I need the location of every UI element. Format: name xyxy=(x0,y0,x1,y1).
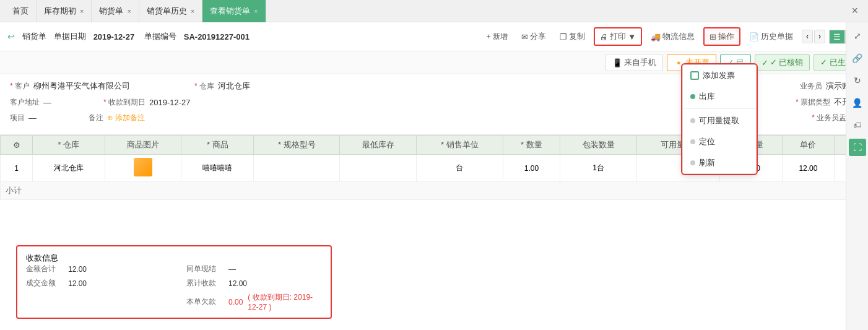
window-close-button[interactable]: × xyxy=(846,4,863,17)
close-tab-view-sales-order[interactable]: × xyxy=(254,7,258,15)
dot-icon-2 xyxy=(690,118,695,123)
expand-icon[interactable]: ⤢ xyxy=(849,27,866,45)
same-order-value: — xyxy=(228,265,236,274)
col-settings[interactable]: ⚙ xyxy=(1,136,33,155)
col-quantity: * 数量 xyxy=(503,136,560,155)
project-field: 项目 — xyxy=(10,113,37,123)
available-qty-item[interactable]: 可用量提取 xyxy=(683,110,756,131)
row-unit-price: 12.00 xyxy=(782,155,834,182)
warehouse-value: 河北仓库 xyxy=(218,80,250,92)
staff-label: 业务员 xyxy=(800,81,822,92)
tab-sales-order[interactable]: 销货单 × xyxy=(92,0,139,22)
current-balance-row: 本单欠款 0.00 ( 收款到期日: 2019-12-27 ) xyxy=(186,292,322,311)
history-records-button[interactable]: 📄 历史单据 xyxy=(744,28,798,45)
cumulative-payment-row: 累计收款 12.00 xyxy=(186,278,322,289)
phone-icon: 📱 xyxy=(612,58,622,67)
payment-grid: 金额合计 12.00 同单现结 — 成交金额 12.00 累计收款 12.00 … xyxy=(26,264,322,311)
main-content: ↩ 销货单 单据日期 2019-12-27 单据编号 SA-20191227-0… xyxy=(0,22,868,330)
share-icon: ✉ xyxy=(521,32,528,41)
transaction-amount-value: 12.00 xyxy=(68,279,87,288)
subtotal-row: 小计 xyxy=(1,182,868,200)
dot-icon-3 xyxy=(690,139,695,144)
col-spec: * 规格型号 xyxy=(254,136,340,155)
doc-icon: ↩ xyxy=(7,32,15,41)
right-sidebar: ⤢ 🔗 ↻ 👤 🏷 ⛶ xyxy=(846,22,868,330)
col-unit-price: 单价 xyxy=(782,136,834,155)
project-value: — xyxy=(28,113,37,123)
fullscreen-icon[interactable]: ⛶ xyxy=(849,139,866,156)
doc-header: ↩ 销货单 单据日期 2019-12-27 单据编号 SA-20191227-0… xyxy=(0,22,868,51)
total-amount-row: 金额合计 12.00 xyxy=(26,264,162,274)
address-label: 客户地址 xyxy=(10,97,40,108)
warehouse-field: 仓库 河北仓库 xyxy=(194,80,250,92)
payment-date-label: 收款到期日 xyxy=(103,97,145,108)
payment-date-field: 收款到期日 2019-12-27 xyxy=(103,97,191,108)
settings-icon: ⚙ xyxy=(13,141,20,150)
locate-item[interactable]: 定位 xyxy=(683,131,756,152)
row-warehouse: 河北仓库 xyxy=(33,155,105,182)
tab-sales-history[interactable]: 销货单历史 × xyxy=(139,0,202,22)
user-icon[interactable]: 👤 xyxy=(849,94,866,111)
tab-inventory-init[interactable]: 库存期初 × xyxy=(37,0,92,22)
refresh-item[interactable]: 刷新 xyxy=(683,152,756,173)
prev-record-button[interactable]: ‹ xyxy=(802,30,813,43)
voided-icon: ✓ xyxy=(762,58,768,67)
link-icon[interactable]: 🔗 xyxy=(849,50,866,67)
warehouse-out-item[interactable]: 出库 xyxy=(683,86,756,107)
new-button[interactable]: + 新增 xyxy=(482,29,513,45)
add-remark-button[interactable]: 添加备注 xyxy=(107,113,145,123)
row-index: 1 xyxy=(1,155,33,182)
close-tab-inventory-init[interactable]: × xyxy=(80,7,84,15)
same-order-row: 同单现结 — xyxy=(186,264,322,274)
payment-panel-title: 收款信息 xyxy=(26,253,322,264)
operation-button[interactable]: ⊞ 操作 xyxy=(703,27,740,46)
row-pack-qty: 1台 xyxy=(560,155,637,182)
project-label: 项目 xyxy=(10,113,25,123)
current-balance-value: 0.00 xyxy=(228,298,243,306)
doc-type-label: 销货单 xyxy=(22,31,46,42)
row-spec xyxy=(254,155,340,182)
cumulative-payment-value: 12.00 xyxy=(228,279,247,288)
list-view-button[interactable]: ☰ xyxy=(829,30,845,44)
tab-home[interactable]: 首页 xyxy=(5,0,37,22)
print-button[interactable]: 🖨 打印 ▼ xyxy=(594,27,642,46)
add-invoice-item[interactable]: 添加发票 xyxy=(683,65,756,86)
address-field: 客户地址 — xyxy=(10,97,51,108)
tab-bar: 首页 库存期初 × 销货单 × 销货单历史 × 查看销货单 × × xyxy=(0,0,868,22)
voided-status-button[interactable]: ✓ ✓ 已核销 xyxy=(755,54,810,71)
dot-icon xyxy=(690,94,695,99)
same-order-label: 同单现结 xyxy=(186,264,224,274)
col-product: * 商品 xyxy=(181,136,254,155)
total-amount-value: 12.00 xyxy=(68,265,87,274)
tag-icon[interactable]: 🏷 xyxy=(849,116,866,134)
from-phone-button[interactable]: 📱 来自手机 xyxy=(605,54,663,71)
cumulative-payment-label: 累计收款 xyxy=(186,278,224,289)
dropdown-arrow-icon: ▼ xyxy=(628,32,636,41)
nav-arrows: ‹ › xyxy=(802,30,825,43)
address-value: — xyxy=(43,98,51,107)
transaction-amount-label: 成交金额 xyxy=(26,278,63,289)
row-product: 嘻嘻嘻嘻 xyxy=(181,155,254,182)
row-product-image xyxy=(105,155,181,182)
customer-value: 柳州粤港平安气体有限公司 xyxy=(33,80,130,92)
close-tab-sales-order[interactable]: × xyxy=(127,7,131,15)
payment-info-panel: 收款信息 金额合计 12.00 同单现结 — 成交金额 12.00 累计收款 1… xyxy=(16,245,332,319)
share-button[interactable]: ✉ 分享 xyxy=(516,28,551,45)
close-tab-sales-history[interactable]: × xyxy=(191,7,194,15)
col-product-image: 商品图片 xyxy=(105,136,181,155)
doc-number-label: 单据编号 SA-20191227-001 xyxy=(144,31,250,42)
copy-button[interactable]: ❐ 复制 xyxy=(555,28,590,45)
doc-title-area: ↩ 销货单 单据日期 2019-12-27 单据编号 SA-20191227-0… xyxy=(7,31,482,42)
dropdown-divider-1 xyxy=(683,108,756,109)
col-warehouse: * 仓库 xyxy=(33,136,105,155)
doc-date-label: 单据日期 2019-12-27 xyxy=(54,31,134,42)
print-icon: 🖨 xyxy=(600,32,608,41)
next-record-button[interactable]: › xyxy=(814,30,825,43)
doc-meta: 单据日期 2019-12-27 单据编号 SA-20191227-001 xyxy=(54,31,250,42)
col-pack-qty: 包装数量 xyxy=(560,136,637,155)
logistics-button[interactable]: 🚚 物流信息 xyxy=(646,28,700,45)
tab-view-sales-order[interactable]: 查看销货单 × xyxy=(202,0,266,22)
header-actions: + 新增 ✉ 分享 ❐ 复制 🖨 打印 ▼ 🚚 物流信息 xyxy=(482,27,861,46)
refresh-icon[interactable]: ↻ xyxy=(849,72,866,89)
total-amount-label: 金额合计 xyxy=(26,264,63,274)
